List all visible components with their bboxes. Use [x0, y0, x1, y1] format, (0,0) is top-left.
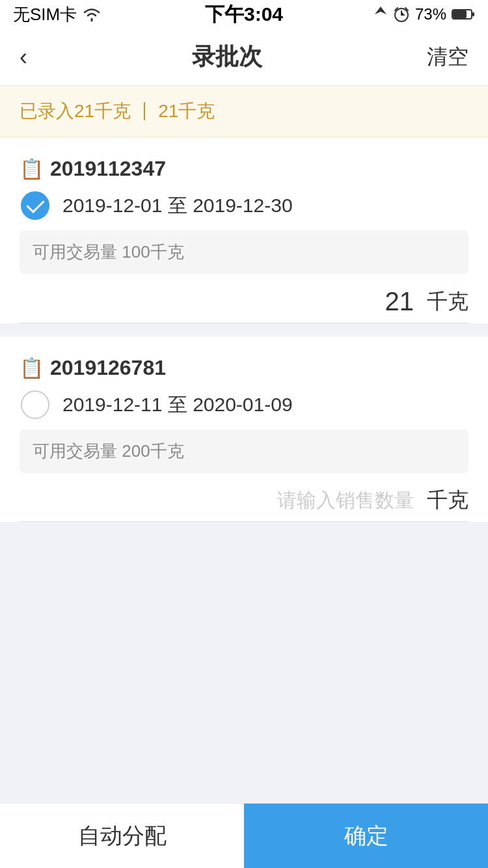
batch-check-row-1: 2019-12-01 至 2019-12-30 — [20, 191, 468, 220]
unit-label-2: 千克 — [427, 486, 468, 515]
batch-date-2: 2019-12-11 至 2020-01-09 — [62, 392, 293, 418]
batch-available-2: 可用交易量 200千克 — [20, 429, 468, 473]
back-button[interactable]: ‹ — [20, 44, 27, 71]
batch-date-1: 2019-12-01 至 2019-12-30 — [62, 193, 293, 219]
batch-number-1: 2019112347 — [50, 157, 166, 181]
status-bar: 无SIM卡 下午3:04 73% — [0, 0, 488, 29]
batch-doc-icon-2: 📋 — [20, 357, 44, 379]
batch-available-1: 可用交易量 100千克 — [20, 230, 468, 274]
quantity-row-1: 21 千克 — [0, 274, 488, 323]
batch-number-2: 2019126781 — [50, 356, 166, 380]
batch-checkbox-2[interactable] — [21, 390, 49, 419]
bottom-bar: 自动分配 确定 — [0, 803, 488, 868]
confirm-button[interactable]: 确定 — [244, 804, 488, 868]
quantity-input-1[interactable]: 21 — [284, 287, 414, 316]
status-left: 无SIM卡 — [13, 3, 102, 26]
quantity-placeholder-2: 请输入销售数量 — [20, 487, 414, 514]
carrier-text: 无SIM卡 — [13, 3, 77, 26]
batch-header-2: 📋 2019126781 — [20, 356, 468, 380]
unit-label-1: 千克 — [427, 288, 468, 316]
clear-button[interactable]: 清空 — [427, 43, 468, 72]
batch-card-1: 📋 2019112347 2019-12-01 至 2019-12-30 可用交… — [0, 137, 488, 323]
batch-card-2: 📋 2019126781 2019-12-11 至 2020-01-09 可用交… — [0, 336, 488, 522]
banner-divider — [144, 102, 145, 120]
auto-distribute-button[interactable]: 自动分配 — [0, 804, 244, 868]
batch-item-2: 📋 2019126781 2019-12-11 至 2020-01-09 可用交… — [0, 336, 488, 473]
batch-item-1: 📋 2019112347 2019-12-01 至 2019-12-30 可用交… — [0, 137, 488, 274]
nav-bar: ‹ 录批次 清空 — [0, 29, 488, 86]
quantity-row-2: 请输入销售数量 千克 — [0, 473, 488, 521]
wifi-icon — [82, 7, 102, 21]
location-icon — [373, 5, 388, 23]
svg-rect-3 — [472, 12, 474, 16]
recorded-label: 已录入21千克 — [20, 99, 131, 124]
section-separator-1 — [0, 323, 488, 336]
content-area: 📋 2019112347 2019-12-01 至 2019-12-30 可用交… — [0, 137, 488, 868]
batch-header-1: 📋 2019112347 — [20, 157, 468, 181]
battery-icon — [452, 8, 475, 21]
recorded-value: 21千克 — [158, 99, 215, 124]
status-time: 下午3:04 — [205, 1, 283, 28]
batch-doc-icon-1: 📋 — [20, 157, 44, 180]
batch-check-row-2: 2019-12-11 至 2020-01-09 — [20, 390, 468, 419]
page-title: 录批次 — [192, 41, 262, 73]
svg-rect-2 — [453, 10, 467, 18]
alarm-icon — [393, 6, 410, 23]
battery-text: 73% — [415, 5, 446, 23]
status-right: 73% — [373, 5, 475, 23]
info-banner: 已录入21千克 21千克 — [0, 86, 488, 137]
batch-checkbox-1[interactable] — [21, 191, 49, 220]
